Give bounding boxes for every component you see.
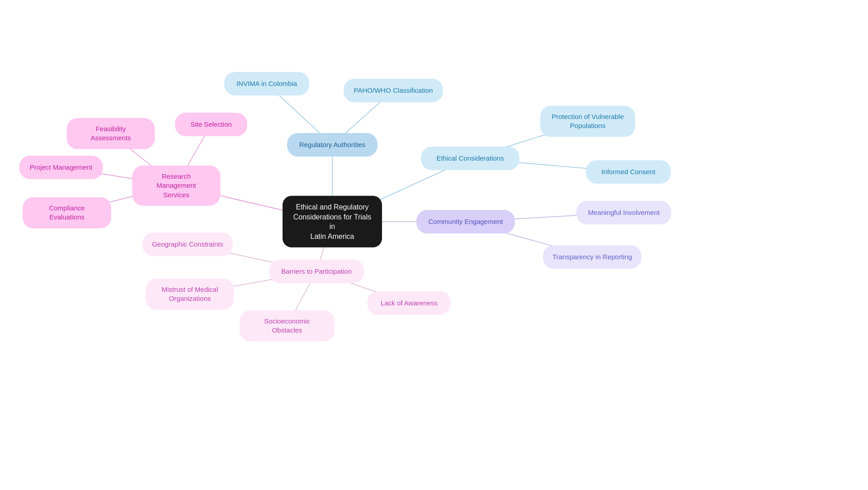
node-informed_consent[interactable]: Informed Consent [586,160,671,184]
mindmap-container: Ethical and Regulatory Considerations fo… [0,0,868,490]
node-meaningful_involvement[interactable]: Meaningful Involvement [576,201,671,224]
node-transparency_reporting[interactable]: Transparency in Reporting [543,245,642,269]
connections-svg [0,0,868,490]
node-center[interactable]: Ethical and Regulatory Considerations fo… [283,196,382,247]
node-project_management[interactable]: Project Management [19,156,103,179]
node-socioeconomic_obstacles[interactable]: Socioeconomic Obstacles [240,310,335,342]
node-mistrust_medical[interactable]: Mistrust of Medical Organizations [146,279,234,310]
node-compliance_evaluations[interactable]: Compliance Evaluations [23,197,111,228]
node-paho[interactable]: PAHO/WHO Classification [344,79,443,102]
node-ethical_considerations[interactable]: Ethical Considerations [421,147,519,170]
node-invima[interactable]: INVIMA in Colombia [224,72,309,95]
node-feasibility_assessments[interactable]: Feasibility Assessments [67,118,155,149]
node-community_engagement[interactable]: Community Engagement [416,210,515,233]
node-lack_awareness[interactable]: Lack of Awareness [368,291,451,315]
node-site_selection[interactable]: Site Selection [175,113,247,136]
node-protection_vulnerable[interactable]: Protection of Vulnerable Populations [540,106,635,137]
node-regulatory_authorities[interactable]: Regulatory Authorities [287,133,377,157]
node-research_management[interactable]: Research Management Services [132,166,221,206]
node-geographic_constraints[interactable]: Geographic Constraints [142,233,233,256]
node-barriers_participation[interactable]: Barriers to Participation [269,260,364,283]
